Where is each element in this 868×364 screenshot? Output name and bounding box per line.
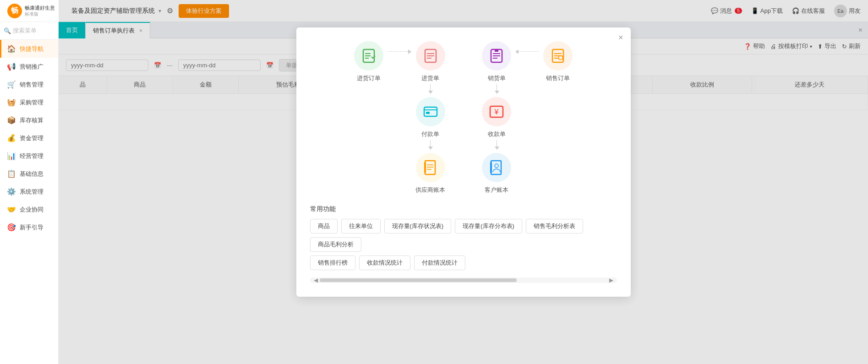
svg-text:¥: ¥ — [494, 108, 499, 116]
func-btn-inventory-status[interactable]: 现存量(库存状况表) — [384, 219, 452, 234]
sidebar-search[interactable]: 🔍 搜索菜单 — [0, 22, 58, 40]
flow-node-purchase-bill[interactable]: 进货单 — [416, 41, 445, 82]
purchase-icon: 🧺 — [7, 98, 16, 107]
func-btn-sales-ranking[interactable]: 销售排行榜 — [310, 255, 355, 270]
scrollbar-thumb[interactable] — [320, 278, 517, 282]
home-icon: 🏠 — [7, 44, 16, 53]
modal-overlay: × 进货订单 — [59, 0, 868, 364]
flow-col-sales-order: 销售订单 — [539, 41, 577, 82]
arrow-v-2 — [430, 140, 431, 149]
flow-node-sales-order[interactable]: 销售订单 — [543, 41, 573, 82]
flow-chart: 进货订单 进货单 — [310, 41, 617, 194]
sidebar-item-guide[interactable]: 🎯 新手引导 — [0, 218, 58, 236]
scroll-right-icon[interactable]: ▶ — [607, 277, 615, 283]
sidebar-item-inventory[interactable]: 📦 库存核算 — [0, 111, 58, 129]
payment-bill-icon — [416, 97, 445, 126]
flow-col-purchase-order: 进货订单 — [349, 41, 388, 89]
scroll-left-icon[interactable]: ◀ — [312, 277, 320, 283]
flow-node-payment-bill[interactable]: 付款单 — [416, 97, 445, 138]
func-btn-sales-profit[interactable]: 销售毛利分析表 — [526, 219, 583, 234]
func-btn-counterpart[interactable]: 往来单位 — [341, 219, 381, 234]
customer-ledger-icon — [482, 153, 511, 182]
sales-bill-icon — [482, 41, 511, 71]
sidebar-item-operations[interactable]: 📊 经营管理 — [0, 147, 58, 165]
arrow-v-1 — [430, 84, 431, 93]
sales-order-icon — [543, 41, 573, 71]
supplier-ledger-icon — [416, 153, 445, 182]
flow-node-supplier-ledger[interactable]: 供应商账本 — [415, 153, 445, 194]
guide-icon: 🎯 — [7, 223, 16, 232]
svg-rect-20 — [495, 50, 498, 52]
sidebar-item-enterprise[interactable]: 🤝 企业协同 — [0, 201, 58, 218]
sidebar-item-marketing[interactable]: 📢 营销推广 — [0, 58, 58, 76]
svg-rect-30 — [559, 56, 562, 60]
func-btn-goods-profit[interactable]: 商品毛利分析 — [310, 237, 361, 252]
basic-info-icon: 📋 — [7, 169, 16, 178]
sidebar-item-finance[interactable]: 💰 资金管理 — [0, 129, 58, 147]
finance-icon: 💰 — [7, 134, 16, 142]
enterprise-icon: 🤝 — [7, 205, 16, 214]
func-buttons-row2: 销售排行榜 收款情况统计 付款情况统计 — [310, 255, 617, 270]
sidebar-item-basic-info[interactable]: 📋 基础信息 — [0, 165, 58, 183]
modal-close-button[interactable]: × — [618, 33, 623, 43]
flow-col-2: 进货单 付款单 — [411, 41, 450, 194]
func-btn-inventory-dist[interactable]: 现存量(库存分布表) — [455, 219, 522, 234]
func-btn-receipt-stats[interactable]: 收款情况统计 — [359, 255, 410, 270]
svg-rect-11 — [425, 161, 435, 174]
svg-point-25 — [495, 164, 498, 168]
flow-node-receipt-bill[interactable]: ¥ 收款单 — [482, 97, 511, 138]
svg-rect-10 — [426, 112, 430, 114]
common-functions-title: 常用功能 — [310, 205, 617, 213]
sidebar-item-system[interactable]: ⚙️ 系统管理 — [0, 183, 58, 201]
sidebar-item-quick-nav[interactable]: 🏠 快捷导航 — [0, 40, 58, 58]
sidebar: 🔍 搜索菜单 🏠 快捷导航 📢 营销推广 🛒 销售管理 🧺 采购管理 — [0, 22, 59, 364]
purchase-order-icon — [354, 41, 383, 71]
arrow-v-4 — [497, 140, 497, 149]
receipt-bill-icon: ¥ — [482, 97, 511, 126]
func-btn-goods[interactable]: 商品 — [310, 219, 338, 234]
svg-rect-12 — [424, 162, 426, 173]
operations-icon: 📊 — [7, 152, 16, 160]
marketing-icon: 📢 — [7, 62, 16, 71]
modal-scrollbar[interactable]: ◀ ▶ — [310, 277, 617, 283]
sidebar-item-sales[interactable]: 🛒 销售管理 — [0, 76, 58, 93]
flow-node-sales-bill[interactable]: 销货单 — [482, 41, 511, 82]
func-btn-payment-stats[interactable]: 付款情况统计 — [414, 255, 465, 270]
logo-area: 畅 畅康通好生意 标准版 — [7, 4, 66, 18]
func-buttons-row1: 商品 往来单位 现存量(库存状况表) 现存量(库存分布表) 销售毛利分析表 商品… — [310, 219, 617, 252]
arrow-v-3 — [497, 84, 497, 93]
flow-node-customer-ledger[interactable]: 客户账本 — [482, 153, 511, 194]
svg-rect-8 — [424, 107, 437, 116]
inventory-icon: 📦 — [7, 116, 16, 125]
flow-node-purchase-order[interactable]: 进货订单 — [354, 41, 383, 82]
common-functions: 常用功能 商品 往来单位 现存量(库存状况表) 现存量(库存分布表) 销售毛利分… — [310, 205, 617, 270]
arrow-sales-order-to-bill — [516, 51, 539, 52]
sales-icon: 🛒 — [7, 80, 16, 89]
logo-icon: 畅 — [7, 4, 22, 18]
system-icon: ⚙️ — [7, 187, 16, 196]
flow-col-3: 销货单 ¥ 收款单 — [477, 41, 516, 194]
search-icon: 🔍 — [4, 27, 11, 34]
quick-nav-modal: × 进货订单 — [296, 27, 631, 297]
arrow-purchase-order-to-bill — [388, 51, 411, 52]
svg-rect-24 — [490, 162, 492, 173]
logo-text: 畅康通好生意 标准版 — [25, 5, 55, 17]
purchase-bill-icon — [416, 41, 445, 71]
sidebar-item-purchase[interactable]: 🧺 采购管理 — [0, 93, 58, 111]
